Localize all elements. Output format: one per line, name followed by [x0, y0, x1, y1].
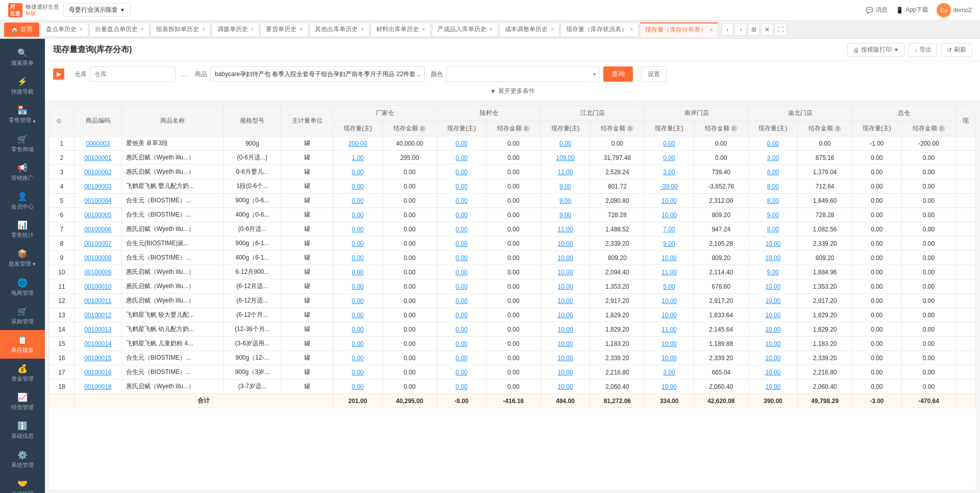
- table-row: 5 00100004 合生元（BIOSTIME）... 900g（0-6... …: [50, 194, 976, 208]
- tab-prev-btn[interactable]: ‹: [721, 24, 733, 36]
- tab-close-dist[interactable]: ×: [141, 27, 144, 32]
- tab-next-btn[interactable]: ›: [734, 24, 747, 36]
- warehouse-ellipsis[interactable]: ...: [181, 70, 187, 78]
- sidebar-item-retail-stats[interactable]: 📊 零售统计: [0, 215, 45, 244]
- search-row-main: ▶ 仓库 ... 商品 颜色 ▼ 查询 设置: [53, 66, 972, 82]
- summary-empty: [50, 394, 75, 408]
- tab-close-stock-dist[interactable]: ×: [709, 27, 713, 33]
- query-btn[interactable]: 查询: [603, 66, 633, 82]
- message-btn[interactable]: 💬 消息: [866, 6, 888, 14]
- tab-allot[interactable]: 调拨单历史 ×: [212, 22, 260, 37]
- tab-close-product-in[interactable]: ×: [489, 27, 493, 32]
- cell-factory-qty: 0.00: [333, 337, 382, 351]
- cell-jiangbei-qty: 10.00: [541, 237, 590, 251]
- tab-home[interactable]: 🏠 首页: [4, 22, 39, 37]
- factory-info-icon[interactable]: ①: [419, 125, 426, 132]
- tab-purchase[interactable]: 要货单历史 ×: [260, 22, 308, 37]
- tab-close-stock-status[interactable]: ×: [630, 27, 633, 32]
- refresh-btn[interactable]: ↺ 刷新: [941, 43, 972, 57]
- cell-no: 5: [50, 194, 75, 208]
- app-download-btn[interactable]: 📱 App下载: [896, 6, 928, 14]
- yubei-info-icon[interactable]: ①: [834, 125, 841, 132]
- cell-lvcun-qty: 0.00: [437, 322, 486, 337]
- total-info-icon[interactable]: ①: [938, 125, 945, 132]
- lvcun-info-icon[interactable]: ①: [523, 125, 530, 132]
- export-btn[interactable]: ↓ 导出: [909, 43, 937, 57]
- cell-lvcun-amt: 0.00: [486, 308, 541, 322]
- color-input[interactable]: [446, 66, 599, 82]
- sidebar-item-inventory[interactable]: 📋 库存核算: [0, 330, 45, 359]
- tab-dist-inventory[interactable]: 分量盘点单历史 ×: [89, 22, 150, 37]
- sidebar-item-purchase[interactable]: 🛒 采购管理: [0, 301, 45, 330]
- cell-total-amt: 0.00: [901, 165, 956, 179]
- cell-total-qty: 0.00: [852, 237, 901, 251]
- cell-yubei-amt: 809.20: [798, 251, 852, 265]
- cell-code: 00100002: [74, 165, 121, 179]
- tab-assemble[interactable]: 组装拆卸单历史 ×: [151, 22, 211, 37]
- user-profile[interactable]: Ea demo2: [937, 3, 972, 17]
- cell-nanan-qty: 10.00: [645, 351, 694, 365]
- th-extra: 现: [956, 106, 975, 136]
- sidebar-item-sys-mgr[interactable]: ⚙️ 系统管理: [0, 445, 45, 474]
- tab-stock-dist[interactable]: 现存量（库存分布表） ×: [640, 22, 718, 37]
- tab-other-out[interactable]: 其他出库单历史 ×: [309, 22, 370, 37]
- sidebar-item-retail-shop[interactable]: 🛒 零售商城: [0, 129, 45, 158]
- cell-jiangbei-qty: 10.00: [541, 365, 590, 380]
- cell-yubei-qty: 0.00: [748, 136, 797, 151]
- sidebar-marketing-label: 营销推广: [11, 175, 34, 181]
- tab-allot-label: 调拨单历史: [217, 25, 248, 34]
- sidebar-item-quicknav[interactable]: ⚡ 快捷导航: [0, 72, 45, 100]
- tab-close-all-btn[interactable]: ✕: [761, 24, 773, 36]
- search-area: ▶ 仓库 ... 商品 颜色 ▼ 查询 设置: [45, 61, 980, 101]
- th-settings[interactable]: ⚙: [50, 106, 75, 136]
- nanan-info-icon[interactable]: ①: [730, 125, 738, 132]
- tab-fullscreen-btn[interactable]: ⛶: [774, 24, 787, 36]
- sidebar-item-marketing[interactable]: 📢 营销推广: [0, 158, 45, 186]
- tab-close-inventory[interactable]: ×: [80, 27, 83, 32]
- sidebar-item-ecommerce[interactable]: 🌐 电商管理: [0, 273, 45, 301]
- tab-close-material[interactable]: ×: [422, 27, 425, 32]
- cell-nanan-amt: 739.40: [694, 165, 748, 179]
- sidebar-item-wholesale[interactable]: 📦 批发管理 ▼: [0, 244, 45, 272]
- tab-close-assemble[interactable]: ×: [202, 27, 205, 32]
- warehouse-input[interactable]: [90, 66, 176, 82]
- product-input[interactable]: [210, 66, 425, 82]
- tab-material-out[interactable]: 材料出库单历史 ×: [371, 22, 431, 37]
- sidebar-item-search[interactable]: 🔍 搜索英单: [0, 43, 45, 72]
- tab-close-purchase[interactable]: ×: [300, 27, 303, 32]
- cell-nanan-qty: 10.00: [645, 294, 694, 308]
- tab-menu-btn[interactable]: ⊞: [748, 24, 760, 36]
- jiangbei-info-icon[interactable]: ①: [626, 125, 633, 132]
- member-icon: 👤: [17, 192, 28, 201]
- cell-name: 合生元（BIOSTIME）...: [121, 251, 223, 265]
- tab-dist-inventory-label: 分量盘点单历史: [95, 25, 138, 34]
- sidebar-item-member[interactable]: 👤 会员中心: [0, 186, 45, 215]
- cell-total-qty: 0.00: [852, 279, 901, 294]
- search-toggle-btn[interactable]: ▶: [53, 68, 64, 80]
- sidebar-item-corp-collab[interactable]: 🤝 企业协同: [0, 474, 45, 493]
- settings-gear-icon[interactable]: ⚙: [54, 116, 64, 126]
- cell-unit: 罐: [281, 179, 333, 194]
- print-btn[interactable]: 🖨 按模版打印 ▼: [847, 43, 904, 57]
- tab-close-other-out[interactable]: ×: [361, 27, 364, 32]
- tab-cost-adjust[interactable]: 成本调整单历史 ×: [499, 22, 559, 37]
- cell-factory-amt: 40,000.00: [382, 136, 437, 151]
- tab-stock-status[interactable]: 现存量（库存状况表） ×: [560, 22, 639, 37]
- table-row: 3 00100002 惠氏启赋（Wyeth illu...） 0-6月婴儿...…: [50, 165, 976, 179]
- tab-inventory[interactable]: 盘点单历史 ×: [40, 22, 88, 37]
- settings-btn[interactable]: 设置: [641, 66, 667, 82]
- tab-product-in[interactable]: 产成品入库单历史 ×: [432, 22, 498, 37]
- cell-lvcun-amt: 0.00: [486, 222, 541, 237]
- tab-close-cost[interactable]: ×: [551, 27, 554, 32]
- cell-yubei-amt: 2,216.80: [798, 365, 852, 380]
- sidebar-item-finance[interactable]: 💰 资金管理: [0, 359, 45, 387]
- cell-total-qty: 0.00: [852, 365, 901, 380]
- sidebar-item-operations[interactable]: 📈 经营管理: [0, 387, 45, 416]
- sidebar-item-retail-mgr[interactable]: 🏪 零售管理 ▲: [0, 100, 45, 129]
- retail-mgr-icon: 🏪: [17, 105, 28, 115]
- expand-conditions-btn[interactable]: ▼ 展开更多条件: [490, 87, 535, 96]
- cell-factory-qty: 0.00: [333, 237, 382, 251]
- sidebar-item-basic-info[interactable]: ℹ️ 基础信息: [0, 416, 45, 444]
- industry-selector[interactable]: 母婴行业演示陈套 ▼: [63, 3, 131, 17]
- tab-close-allot[interactable]: ×: [251, 27, 254, 32]
